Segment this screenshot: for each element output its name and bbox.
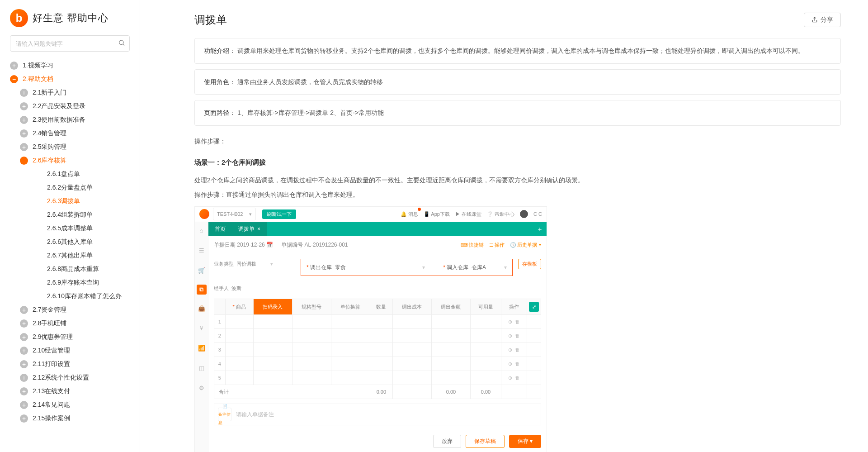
sidebar-item[interactable]: +2.15操作案例 [10, 412, 137, 425]
nav-tree: +1.视频学习−2.帮助文档+2.1新手入门+2.2产品安装及登录+2.3使用前… [0, 59, 140, 425]
demo-user-name: C C [533, 209, 542, 219]
brand-logo-icon: b [10, 9, 28, 27]
plus-icon: + [10, 62, 18, 70]
demo-in-label: 调入仓库 [447, 264, 468, 271]
demo-handler-label: 经手人 [214, 285, 229, 291]
page-title: 调拨单 [194, 13, 227, 27]
sidebar-item-label: 2.6库存核算 [33, 157, 66, 165]
sidebar-item[interactable]: +2.14常见问题 [10, 398, 137, 412]
demo-date-label: 单据日期 [214, 242, 236, 248]
close-icon: × [257, 224, 260, 234]
intro-label: 功能介绍： [204, 47, 236, 54]
sidebar-item-label: 1.视频学习 [23, 62, 53, 70]
svg-point-0 [119, 40, 123, 44]
demo-msg-icon: 🔔 消息 [401, 209, 418, 219]
plus-icon: + [20, 374, 28, 382]
sidebar-item[interactable]: +2.10经营管理 [10, 344, 137, 357]
demo-avatar-icon [520, 210, 528, 218]
demo-code-value: AL-20191226-001 [304, 242, 348, 248]
sidebar-item[interactable]: 2.6.3调拨单 [20, 195, 137, 208]
path-text: 1、库存核算->库存管理->调拨单 2、首页->常用功能 [237, 109, 384, 116]
plus-icon: + [20, 387, 28, 395]
article-content: 调拨单 分享 功能介绍：调拨单用来处理仓库间货物的转移业务。支持2个仓库间的调拨… [140, 0, 868, 452]
plus-icon: + [20, 129, 28, 138]
demo-refresh-button: 刷新试一下 [262, 209, 296, 219]
gear-icon: ⚙ [199, 382, 204, 394]
intro-text: 调拨单用来处理仓库间货物的转移业务。支持2个仓库间的调拨，也支持多个仓库间的调拨… [237, 47, 804, 54]
sidebar-item[interactable]: +2.5采购管理 [10, 140, 137, 154]
demo-operate: ☰ 操作 [489, 240, 505, 250]
sidebar-item[interactable]: 2.6.6其他入库单 [20, 235, 137, 249]
share-button[interactable]: 分享 [804, 13, 841, 27]
sidebar-item[interactable]: 2.6.5成本调整单 [20, 222, 137, 235]
sidebar-item-label: 2.2产品安装及登录 [33, 102, 85, 110]
cart-icon: 🛒 [198, 265, 205, 276]
demo-discard-button: 放弃 [433, 435, 461, 448]
sidebar-item[interactable]: 2.6.1盘点单 [20, 167, 137, 181]
demo-app-link: 📱 App下载 [424, 209, 450, 219]
demo-biztype-value: 同价调拨 [236, 261, 256, 266]
sidebar-item[interactable]: 2.6.2分量盘点单 [20, 181, 137, 195]
demo-table: * 商品扫码录入规格型号单位换算数量调出成本调出金额可用量操作⤢1⊕🗑2⊕🗑3⊕… [214, 299, 541, 399]
role-box: 使用角色：通常由业务人员发起调拨，仓管人员完成实物的转移 [194, 69, 841, 95]
role-label: 使用角色： [204, 78, 236, 86]
steps-label: 操作步骤： [194, 135, 841, 147]
demo-help-link: ❔ 帮助中心 [487, 209, 514, 219]
demo-tab-home: 首页 [208, 222, 232, 236]
plus-icon: + [20, 143, 28, 151]
sidebar-item[interactable]: 2.6.9库存账本查询 [20, 276, 137, 290]
svg-line-1 [123, 44, 124, 46]
sidebar-item-label: 2.10经营管理 [33, 347, 70, 355]
sidebar: b 好生意 帮助中心 +1.视频学习−2.帮助文档+2.1新手入门+2.2产品安… [0, 0, 140, 452]
sidebar-item[interactable]: +2.1新手入门 [10, 86, 137, 100]
sidebar-item-label: 2.3使用前数据准备 [33, 116, 85, 124]
demo-save-button: 保存 [509, 435, 541, 448]
demo-in-value: 仓库A [472, 264, 486, 271]
demo-handler-value: 波斯 [231, 285, 241, 291]
chart-icon: ◫ [199, 362, 204, 374]
demo-live-link: ▶ 在线课堂 [455, 209, 481, 219]
demo-highlight-box: 调出仓库 零食 ▾ 调入仓库 仓库A ▾ [301, 259, 513, 276]
brand: b 好生意 帮助中心 [0, 9, 140, 35]
sidebar-item[interactable]: +2.13在线支付 [10, 385, 137, 398]
bag-icon: 👜 [198, 303, 205, 314]
search-icon[interactable] [118, 39, 125, 48]
sidebar-item-label: 2.12系统个性化设置 [33, 374, 89, 382]
sidebar-item[interactable]: +2.12系统个性化设置 [10, 371, 137, 385]
demo-draft-button: 保存草稿 [466, 435, 505, 448]
money-icon: ￥ [198, 323, 204, 334]
plus-icon: + [20, 102, 28, 110]
sidebar-item-label: 2.15操作案例 [33, 414, 70, 423]
sidebar-item[interactable]: 2.6.8商品成本重算 [20, 262, 137, 276]
sidebar-item[interactable]: +2.7资金管理 [10, 303, 137, 317]
plus-icon: + [20, 306, 28, 314]
sidebar-item-label: 2.8手机旺铺 [33, 319, 66, 328]
wifi-icon: 📶 [198, 343, 205, 354]
plus-icon: + [20, 360, 28, 368]
role-text: 通常由业务人员发起调拨，仓管人员完成实物的转移 [237, 78, 383, 86]
sidebar-item[interactable]: 2.6.7其他出库单 [20, 249, 137, 262]
sidebar-item[interactable]: 2.6.10库存账本错了怎么办 [20, 290, 137, 303]
box-icon: ⧉ [197, 285, 207, 295]
sidebar-item[interactable]: +2.4销售管理 [10, 127, 137, 140]
sidebar-item[interactable]: −2.6库存核算 [10, 154, 137, 167]
sidebar-item[interactable]: −2.帮助文档 [0, 72, 137, 86]
share-icon [811, 17, 818, 23]
sidebar-item[interactable]: +1.视频学习 [0, 59, 137, 72]
sidebar-item[interactable]: +2.3使用前数据准备 [10, 113, 137, 127]
search-input[interactable] [10, 35, 130, 52]
demo-biztype-label: 业务类型 [214, 261, 234, 266]
sidebar-item-label: 2.14常见问题 [33, 401, 70, 409]
minus-icon: − [10, 75, 18, 83]
sidebar-item[interactable]: +2.11打印设置 [10, 357, 137, 371]
demo-code-label: 单据编号 [281, 242, 303, 248]
demo-remark-placeholder: 请输入单据备注 [236, 409, 274, 420]
sidebar-item-label: 2.5采购管理 [33, 143, 66, 151]
scene1-title: 场景一：2个仓库间调拨 [194, 156, 841, 169]
sidebar-item[interactable]: +2.8手机旺铺 [10, 317, 137, 330]
sidebar-item[interactable]: 2.6.4组装拆卸单 [20, 208, 137, 222]
sidebar-item[interactable]: +2.2产品安装及登录 [10, 100, 137, 113]
sidebar-item[interactable]: +2.9优惠券管理 [10, 330, 137, 344]
sidebar-item-label: 2.4销售管理 [33, 129, 66, 138]
scene1-p2: 操作步骤：直接通过单据头的调出仓库和调入仓库来处理。 [194, 188, 841, 201]
